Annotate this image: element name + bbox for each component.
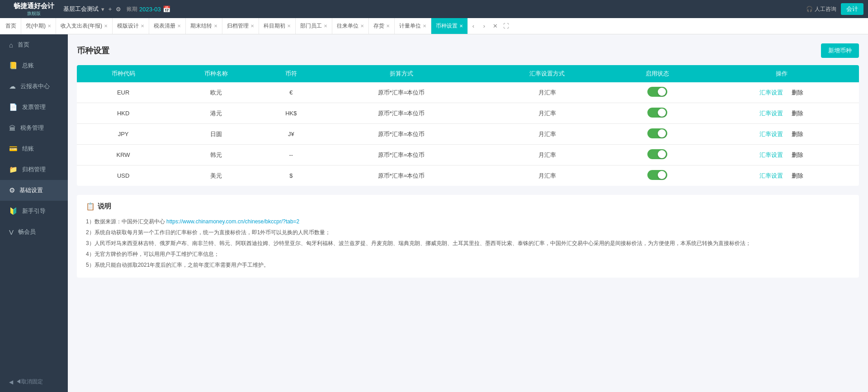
tab-voucher-close[interactable]: ✕ — [47, 24, 51, 28]
tab-income-label: 收入支出表(年报) — [61, 22, 102, 30]
tab-dept-staff-label: 部门员工 — [300, 22, 322, 30]
calendar-icon[interactable]: 📅 — [163, 5, 170, 13]
top-bar-center: 基层工会测试 ▾ ＋ ⚙ 账期 2023-03 📅 — [63, 5, 806, 13]
tab-income[interactable]: 收入支出表(年报) ✕ — [56, 18, 113, 34]
tab-dept-staff-close[interactable]: ✕ — [324, 24, 327, 28]
sidebar-item-invoice[interactable]: 📄 发票管理 — [0, 97, 68, 118]
help-button[interactable]: 🎧 人工咨询 — [806, 5, 836, 13]
tab-partner[interactable]: 往来单位 ✕ — [332, 18, 369, 34]
toggle-track-4[interactable] — [647, 170, 667, 180]
tab-close-all-button[interactable]: ✕ — [490, 18, 500, 34]
sidebar-item-archive[interactable]: 📁 归档管理 — [0, 159, 68, 180]
tab-unit-close[interactable]: ✕ — [423, 24, 426, 28]
cell-convert-0: 原币*汇率=本位币 — [320, 82, 483, 103]
rate-setting-btn-4[interactable]: 汇率设置 — [760, 172, 783, 179]
col-name: 币种名称 — [170, 65, 262, 82]
cell-rate-type-4: 月汇率 — [483, 165, 611, 186]
tab-unit-label: 计量单位 — [399, 22, 421, 30]
sidebar-item-tax[interactable]: 🏛 税务管理 — [0, 118, 68, 138]
tab-unit[interactable]: 计量单位 ✕ — [395, 18, 431, 34]
desc-item-3: 4）无官方牌价的币种，可以用用户手工维护汇率信息； — [86, 249, 850, 260]
desc-title: 📋 说明 — [86, 202, 850, 211]
sidebar-pin-toggle[interactable]: ◀ ◀取消固定 — [0, 372, 68, 392]
add-workspace-icon[interactable]: ＋ — [107, 5, 113, 13]
tax-icon: 🏛 — [9, 124, 16, 132]
sidebar-home-label: 首页 — [18, 41, 29, 49]
tab-template-close[interactable]: ✕ — [141, 24, 144, 28]
tab-maximize-button[interactable]: ⛶ — [500, 18, 511, 34]
cell-toggle-2[interactable] — [611, 124, 704, 145]
sidebar-item-basic[interactable]: ⚙ 基础设置 — [0, 180, 68, 201]
cell-actions-3: 汇率设置 删除 — [704, 145, 859, 165]
app-title: 畅捷通好会计 — [14, 2, 54, 10]
tab-voucher[interactable]: 凭(中期) ✕ — [21, 18, 56, 34]
tab-home[interactable]: 首页 — [1, 18, 21, 34]
tab-partner-close[interactable]: ✕ — [360, 24, 364, 28]
toggle-track-3[interactable] — [647, 149, 667, 159]
toggle-switch-4[interactable] — [647, 170, 667, 180]
desc-link[interactable]: https://www.chinamoney.com.cn/chinese/bk… — [166, 218, 299, 225]
cell-symbol-1: HK$ — [262, 103, 320, 124]
tab-archive-mgr-close[interactable]: ✕ — [250, 24, 254, 28]
desc-list: 1）数据来源：中国外汇交易中心 https://www.chinamoney.c… — [86, 216, 850, 270]
sidebar-item-report[interactable]: ☁ 云报表中心 — [0, 76, 68, 97]
sidebar-item-checkout[interactable]: 💳 结账 — [0, 138, 68, 159]
toggle-switch-2[interactable] — [647, 128, 667, 138]
delete-btn-4[interactable]: 删除 — [792, 172, 803, 179]
tab-template[interactable]: 模版设计 ✕ — [113, 18, 149, 34]
tab-next-button[interactable]: › — [479, 18, 490, 34]
toggle-track-2[interactable] — [647, 128, 667, 138]
delete-btn-1[interactable]: 删除 — [792, 110, 803, 117]
toggle-thumb-4 — [658, 171, 666, 179]
sidebar-tax-label: 税务管理 — [20, 124, 44, 132]
cell-toggle-1[interactable] — [611, 103, 704, 124]
delete-btn-0[interactable]: 删除 — [792, 89, 803, 96]
sidebar-item-home[interactable]: ⌂ 首页 — [0, 34, 68, 55]
tab-dept-staff[interactable]: 部门员工 ✕ — [296, 18, 332, 34]
tab-period-end-close[interactable]: ✕ — [214, 24, 217, 28]
cell-toggle-0[interactable] — [611, 82, 704, 103]
rate-setting-btn-3[interactable]: 汇率设置 — [760, 151, 783, 158]
delete-btn-3[interactable]: 删除 — [792, 151, 803, 158]
toggle-switch-0[interactable] — [647, 87, 667, 97]
col-convert: 折算方式 — [320, 65, 483, 82]
tab-archive-mgr[interactable]: 归档管理 ✕ — [222, 18, 259, 34]
tab-tax-close[interactable]: ✕ — [177, 24, 181, 28]
page-title: 币种设置 — [77, 45, 109, 56]
rate-setting-btn-0[interactable]: 汇率设置 — [760, 89, 783, 96]
tab-income-close[interactable]: ✕ — [104, 24, 108, 28]
sidebar-item-guide[interactable]: 🔰 新手引导 — [0, 201, 68, 222]
sidebar-archive-label: 归档管理 — [22, 165, 46, 174]
account-button[interactable]: 会计 — [841, 3, 863, 15]
tab-inventory-close[interactable]: ✕ — [386, 24, 390, 28]
toggle-track-0[interactable] — [647, 87, 667, 97]
tab-inventory[interactable]: 存货 ✕ — [369, 18, 395, 34]
toggle-switch-3[interactable] — [647, 149, 667, 159]
cell-toggle-3[interactable] — [611, 145, 704, 165]
tab-currency[interactable]: 币种设置 ✕ — [431, 18, 468, 34]
tab-prev-button[interactable]: ‹ — [468, 18, 479, 34]
rate-setting-btn-1[interactable]: 汇率设置 — [760, 110, 783, 117]
sidebar-item-member[interactable]: V 畅会员 — [0, 222, 68, 242]
tab-account-init[interactable]: 科目期初 ✕ — [259, 18, 296, 34]
tab-currency-close[interactable]: ✕ — [459, 24, 463, 28]
tab-inventory-label: 存货 — [373, 22, 384, 30]
sidebar-item-ledger[interactable]: 📒 总账 — [0, 55, 68, 76]
settings-icon[interactable]: ⚙ — [116, 6, 121, 13]
tab-account-init-close[interactable]: ✕ — [287, 24, 291, 28]
cell-convert-2: 原币*汇率=本位币 — [320, 124, 483, 145]
new-currency-button[interactable]: 新增币种 — [821, 43, 859, 58]
cell-toggle-4[interactable] — [611, 165, 704, 186]
tab-period-end[interactable]: 期末结转 ✕ — [186, 18, 222, 34]
sidebar-report-label: 云报表中心 — [20, 82, 50, 90]
rate-setting-btn-2[interactable]: 汇率设置 — [760, 131, 783, 137]
workspace-dropdown-icon[interactable]: ▾ — [101, 6, 104, 13]
cell-code-4: USD — [77, 165, 170, 186]
top-bar-right: 🎧 人工咨询 会计 — [806, 3, 863, 15]
delete-btn-2[interactable]: 删除 — [792, 131, 803, 137]
toggle-track-1[interactable] — [647, 108, 667, 118]
sidebar-basic-label: 基础设置 — [19, 186, 43, 194]
toggle-switch-1[interactable] — [647, 108, 667, 118]
cell-symbol-4: $ — [262, 165, 320, 186]
tab-tax[interactable]: 税表清册 ✕ — [149, 18, 186, 34]
